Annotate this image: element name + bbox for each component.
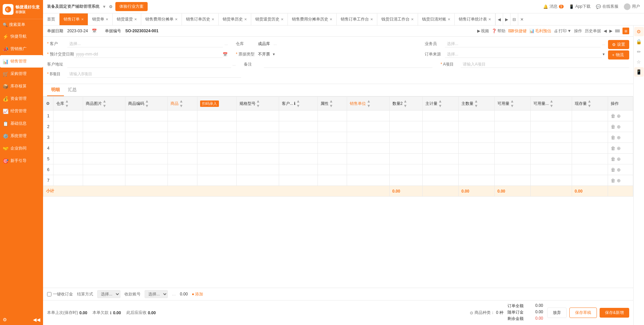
row-6-customer-code[interactable]	[279, 164, 317, 175]
row-2-current[interactable]	[572, 121, 608, 132]
tab-close-expense[interactable]: ✕	[175, 17, 178, 21]
th-customer-code[interactable]: 客户...ℹ▲▼	[279, 97, 317, 111]
row-5-code[interactable]	[125, 154, 167, 164]
row-6-copy-icon[interactable]: ⊕	[617, 167, 621, 172]
row-3-product[interactable]	[168, 132, 197, 143]
row-3-warehouse[interactable]	[53, 132, 83, 143]
row-6-attr[interactable]	[317, 164, 347, 175]
tab-prev-btn[interactable]: ◀	[495, 13, 503, 25]
sidebar-item-basic-info[interactable]: 📋 基础信息	[0, 117, 43, 130]
app-download-btn[interactable]: 📱 App下载	[569, 4, 591, 9]
a-project-input[interactable]	[461, 61, 629, 68]
nav-prev-icon[interactable]: ◀	[604, 29, 607, 33]
tab-sales-order[interactable]: 销售订单 ✕	[60, 13, 88, 25]
tab-stats[interactable]: 销售订单统计表 ✕	[455, 13, 495, 25]
tab-expense-history[interactable]: 销售费用分摊单历史 ✕	[288, 13, 337, 25]
right-icon-star[interactable]: ☆	[634, 57, 644, 67]
row-6-main-unit[interactable]	[423, 164, 459, 175]
view-btn[interactable]: ▶ 视频	[477, 28, 489, 34]
th-spec[interactable]: 规格型号▲▼	[236, 97, 279, 111]
sidebar-item-guide[interactable]: 🎯 新手引导	[0, 155, 43, 167]
row-3-qty2[interactable]	[389, 132, 422, 143]
order-source-dropdown[interactable]: ▼	[602, 52, 605, 56]
address-input[interactable]	[67, 61, 231, 68]
row-1-main-qty[interactable]	[458, 111, 494, 121]
tab-more-btn[interactable]: ⊟	[510, 13, 518, 25]
row-4-qty2[interactable]	[389, 143, 422, 154]
th-warehouse[interactable]: 仓库▲▼	[53, 97, 83, 111]
row-5-available2[interactable]	[530, 154, 572, 164]
row-5-current[interactable]	[572, 154, 608, 164]
account-ellipsis[interactable]: …	[172, 292, 176, 296]
row-4-available2[interactable]	[530, 143, 572, 154]
calendar-icon[interactable]: 📅	[92, 29, 97, 33]
right-icon-mobile[interactable]: 📱	[634, 67, 644, 77]
th-attr[interactable]: 属性▲▼	[317, 97, 347, 111]
row-5-spec[interactable]	[236, 154, 279, 164]
row-3-attr[interactable]	[317, 132, 347, 143]
row-7-available[interactable]	[494, 175, 530, 186]
row-1-available2[interactable]	[530, 111, 572, 121]
th-available[interactable]: 可用量▲▼	[494, 97, 530, 111]
row-6-qty2[interactable]	[389, 164, 422, 175]
row-6-delete-icon[interactable]: 🗑	[611, 167, 615, 172]
tab-close-sales-slip[interactable]: ✕	[106, 17, 108, 21]
row-4-product[interactable]	[168, 143, 197, 154]
tab-daily-account[interactable]: 钱货日清对账 ✕	[418, 13, 455, 25]
row-5-qty2[interactable]	[389, 154, 422, 164]
row-1-spec[interactable]	[236, 111, 279, 121]
row-4-copy-icon[interactable]: ⊕	[617, 146, 621, 151]
column-settings-icon[interactable]: ⚙	[46, 101, 50, 106]
grid-view-btn[interactable]: ⊞	[622, 28, 629, 34]
tab-next-btn[interactable]: ▶	[503, 13, 510, 25]
row-3-unit[interactable]	[347, 132, 389, 143]
th-qty2[interactable]: 数量2▲▼	[389, 97, 422, 111]
row-6-warehouse[interactable]	[53, 164, 83, 175]
row-4-spec[interactable]	[236, 143, 279, 154]
row-1-image[interactable]	[83, 111, 125, 121]
row-4-available[interactable]	[494, 143, 530, 154]
row-5-available[interactable]	[494, 154, 530, 164]
row-3-main-unit[interactable]	[423, 132, 459, 143]
row-2-product[interactable]	[168, 121, 197, 132]
row-1-delete-icon[interactable]: 🗑	[611, 113, 615, 119]
row-7-unit[interactable]	[347, 175, 389, 186]
row-7-main-qty[interactable]	[458, 175, 494, 186]
row-6-product[interactable]	[168, 164, 197, 175]
row-6-code[interactable]	[125, 164, 167, 175]
logistics-btn[interactable]: + 物流	[608, 50, 629, 59]
th-available2[interactable]: 可用量...▲▼	[530, 97, 572, 111]
save-new-button[interactable]: 保存&新增	[600, 308, 629, 318]
tab-close-order-workbench[interactable]: ✕	[370, 17, 373, 21]
sidebar-item-enterprise[interactable]: 🤝 企业协同	[0, 142, 43, 155]
row-7-spec[interactable]	[236, 175, 279, 186]
row-1-attr[interactable]	[317, 111, 347, 121]
row-5-image[interactable]	[83, 154, 125, 164]
row-3-image[interactable]	[83, 132, 125, 143]
th-main-qty[interactable]: 主数量▲▼	[458, 97, 494, 111]
th-image[interactable]: 商品图片▲▼	[83, 97, 125, 111]
settings-icon[interactable]: ⚙	[109, 4, 113, 9]
row-7-attr[interactable]	[317, 175, 347, 186]
row-1-available[interactable]	[494, 111, 530, 121]
calendar-field-icon[interactable]: 📅	[223, 52, 228, 57]
b-project-input[interactable]	[67, 71, 241, 78]
row-7-product[interactable]	[168, 175, 197, 186]
order-source-input[interactable]	[445, 51, 602, 58]
tab-close-slip-history[interactable]: ✕	[244, 17, 247, 21]
row-6-available[interactable]	[494, 164, 530, 175]
row-4-code[interactable]	[125, 143, 167, 154]
row-5-main-unit[interactable]	[423, 154, 459, 164]
row-7-delete-icon[interactable]: 🗑	[611, 178, 615, 183]
row-5-customer-code[interactable]	[279, 154, 317, 164]
tab-sales-slip[interactable]: 销货单 ✕	[88, 13, 113, 25]
row-1-warehouse[interactable]	[53, 111, 83, 121]
row-2-available2[interactable]	[530, 121, 572, 132]
th-current[interactable]: 现存量▲▼	[572, 97, 608, 111]
row-1-current[interactable]	[572, 111, 608, 121]
tab-close-stats[interactable]: ✕	[488, 17, 491, 21]
row-2-code[interactable]	[125, 121, 167, 132]
row-2-qty2[interactable]	[389, 121, 422, 132]
row-1-qty2[interactable]	[389, 111, 422, 121]
row-5-product[interactable]	[168, 154, 197, 164]
